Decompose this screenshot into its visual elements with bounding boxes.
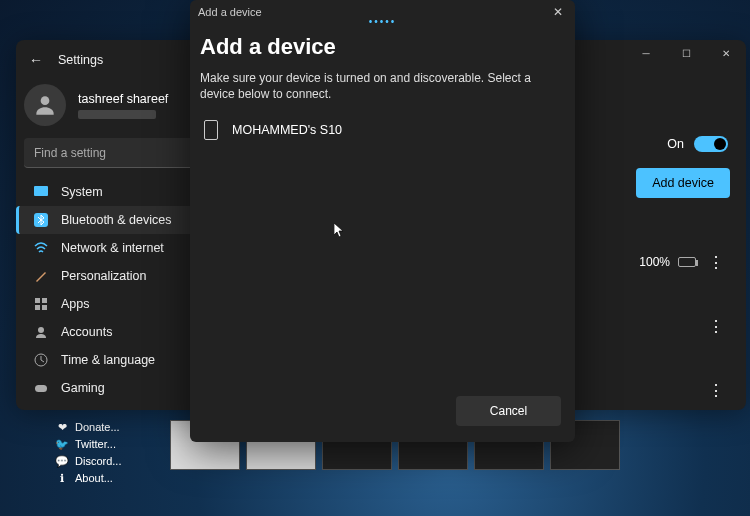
svg-point-0 — [41, 96, 50, 105]
clock-icon — [33, 352, 49, 368]
cancel-button[interactable]: Cancel — [456, 396, 561, 426]
dialog-heading: Add a device — [200, 34, 565, 60]
brush-icon — [33, 268, 49, 284]
discovered-device[interactable]: MOHAMMED's S10 — [200, 120, 565, 140]
link-about[interactable]: ℹ About... — [55, 471, 595, 485]
dialog-footer: Cancel — [190, 386, 575, 442]
nav-label: Apps — [61, 297, 90, 311]
nav-bluetooth[interactable]: Bluetooth & devices — [16, 206, 206, 234]
heart-icon: ❤ — [55, 420, 69, 434]
search-input[interactable]: Find a setting — [24, 138, 196, 168]
progress-indicator: ••••• — [190, 20, 575, 28]
nav-apps[interactable]: Apps — [16, 290, 206, 318]
avatar — [24, 84, 66, 126]
nav-system[interactable]: System — [16, 178, 206, 206]
settings-title: Settings — [58, 53, 103, 67]
nav-label: Gaming — [61, 381, 105, 395]
nav-label: Accounts — [61, 325, 112, 339]
nav-accounts[interactable]: Accounts — [16, 318, 206, 346]
person-icon — [32, 92, 58, 118]
minimize-button[interactable]: ─ — [626, 40, 666, 66]
nav-label: Bluetooth & devices — [61, 213, 172, 227]
twitter-icon: 🐦 — [55, 437, 69, 451]
nav-label: Time & language — [61, 353, 155, 367]
maximize-button[interactable]: ☐ — [666, 40, 706, 66]
svg-rect-1 — [34, 186, 48, 196]
nav-personalization[interactable]: Personalization — [16, 262, 206, 290]
user-email-redacted — [78, 110, 156, 119]
user-block[interactable]: tashreef shareef — [24, 84, 168, 126]
bluetooth-icon — [33, 212, 49, 228]
accounts-icon — [33, 324, 49, 340]
back-icon[interactable]: ← — [24, 52, 48, 68]
wifi-icon — [33, 240, 49, 256]
svg-rect-3 — [35, 298, 40, 303]
more-icon[interactable]: ⋮ — [704, 381, 728, 400]
nav-label: Network & internet — [61, 241, 164, 255]
settings-nav: System Bluetooth & devices Network & int… — [16, 178, 206, 402]
link-label: About... — [75, 472, 113, 484]
add-device-button[interactable]: Add device — [636, 168, 730, 198]
nav-gaming[interactable]: Gaming — [16, 374, 206, 402]
more-icon[interactable]: ⋮ — [704, 317, 728, 336]
close-button[interactable]: ✕ — [706, 40, 746, 66]
nav-time-language[interactable]: Time & language — [16, 346, 206, 374]
discord-icon: 💬 — [55, 454, 69, 468]
toggle-label: On — [667, 137, 684, 151]
link-label: Donate... — [75, 421, 120, 433]
more-icon[interactable]: ⋮ — [704, 253, 728, 272]
svg-point-7 — [38, 327, 44, 333]
phone-icon — [204, 120, 218, 140]
info-icon: ℹ — [55, 471, 69, 485]
content-right: On Add device 100% ⋮ ⋮ ⋮ — [614, 136, 734, 410]
add-device-dialog: Add a device ✕ ••••• Add a device Make s… — [190, 0, 575, 442]
dialog-body: Add a device Make sure your device is tu… — [190, 28, 575, 386]
apps-icon — [33, 296, 49, 312]
nav-label: System — [61, 185, 103, 199]
link-label: Twitter... — [75, 438, 116, 450]
battery-percent: 100% — [639, 255, 670, 269]
nav-network[interactable]: Network & internet — [16, 234, 206, 262]
device-battery-row: 100% ⋮ — [614, 238, 734, 286]
battery-icon — [678, 257, 696, 267]
link-label: Discord... — [75, 455, 121, 467]
settings-header: ← Settings — [24, 52, 103, 68]
device-name: MOHAMMED's S10 — [232, 123, 342, 137]
bluetooth-toggle-row: On — [667, 136, 734, 152]
dialog-subtext: Make sure your device is turned on and d… — [200, 70, 565, 102]
search-placeholder: Find a setting — [34, 146, 106, 160]
bluetooth-toggle[interactable] — [694, 136, 728, 152]
window-controls: ─ ☐ ✕ — [626, 40, 746, 66]
gaming-icon — [33, 380, 49, 396]
user-name: tashreef shareef — [78, 92, 168, 106]
device-row: ⋮ — [614, 366, 734, 410]
device-row: ⋮ — [614, 302, 734, 350]
nav-label: Personalization — [61, 269, 146, 283]
svg-rect-9 — [35, 385, 47, 392]
display-icon — [33, 184, 49, 200]
dialog-title-small: Add a device — [198, 6, 262, 18]
dialog-close-button[interactable]: ✕ — [549, 3, 567, 21]
svg-rect-6 — [42, 305, 47, 310]
svg-rect-4 — [42, 298, 47, 303]
svg-rect-5 — [35, 305, 40, 310]
